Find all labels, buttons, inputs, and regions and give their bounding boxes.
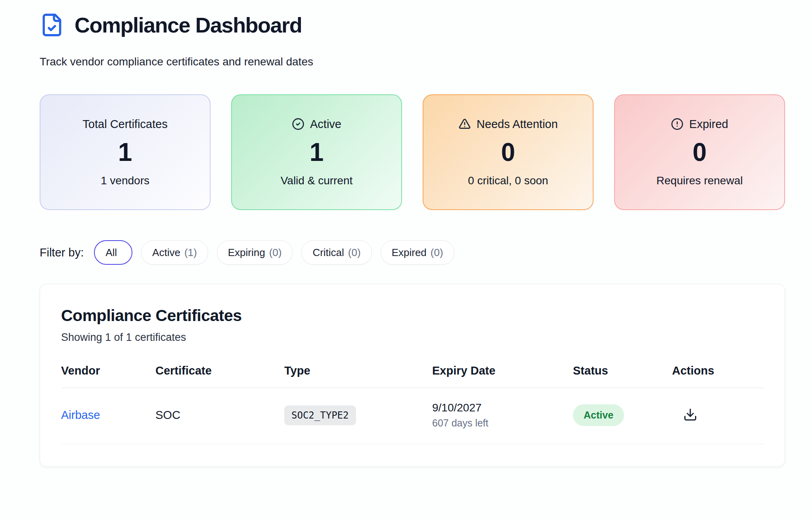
stats-row: Total Certificates 1 1 vendors Active 1 … [40, 94, 785, 210]
stat-label: Expired [689, 118, 728, 131]
days-left: 607 days left [432, 417, 573, 429]
stat-sublabel: Valid & current [281, 174, 353, 187]
stat-label: Needs Attention [477, 118, 558, 131]
pill-count: (0) [269, 247, 282, 259]
filter-pill-active[interactable]: Active(1) [141, 240, 208, 265]
vendor-link[interactable]: Airbase [61, 409, 100, 421]
stat-header: Total Certificates [82, 118, 167, 131]
status-cell: Active [573, 404, 672, 426]
filter-pill-expiring[interactable]: Expiring(0) [217, 240, 293, 265]
column-header-expiry-date: Expiry Date [432, 364, 573, 377]
page-title: Compliance Dashboard [75, 13, 302, 37]
stat-label: Total Certificates [82, 118, 167, 131]
table-header-row: Vendor Certificate Type Expiry Date Stat… [61, 364, 764, 388]
expiry-cell: 9/10/2027 607 days left [432, 401, 573, 429]
filter-pill-expired[interactable]: Expired(0) [381, 240, 454, 265]
pill-label: Expired [392, 247, 427, 259]
stat-value: 0 [693, 140, 707, 165]
stat-header: Active [292, 118, 341, 131]
column-header-type: Type [284, 364, 432, 377]
warning-triangle-icon [458, 118, 471, 130]
circle-check-icon [292, 118, 304, 130]
type-cell: SOC2_TYPE2 [284, 405, 432, 425]
stat-value: 1 [310, 140, 324, 165]
column-header-actions: Actions [672, 364, 764, 377]
certificate-cell: SOC [155, 409, 284, 422]
filter-bar: Filter by: All Active(1) Expiring(0) Cri… [40, 240, 785, 265]
stat-sublabel: 0 critical, 0 soon [468, 174, 548, 187]
panel-subtitle: Showing 1 of 1 certificates [61, 331, 764, 344]
filter-label: Filter by: [40, 246, 84, 259]
stat-sublabel: 1 vendors [101, 174, 149, 187]
column-header-vendor: Vendor [61, 364, 155, 377]
type-badge: SOC2_TYPE2 [284, 405, 356, 425]
alert-circle-icon [671, 118, 684, 130]
pill-label: Active [152, 247, 180, 259]
pill-label: All [105, 247, 117, 259]
download-icon [683, 407, 697, 422]
file-check-icon [40, 12, 64, 38]
pill-count: (0) [348, 247, 361, 259]
pill-label: Critical [312, 247, 344, 259]
stat-card-needs-attention: Needs Attention 0 0 critical, 0 soon [423, 94, 594, 210]
panel-title: Compliance Certificates [61, 306, 764, 325]
stat-card-expired: Expired 0 Requires renewal [614, 94, 785, 210]
expiry-date: 9/10/2027 [432, 401, 573, 414]
download-button[interactable] [682, 406, 699, 423]
stat-label: Active [310, 118, 341, 131]
stat-value: 0 [501, 140, 515, 165]
status-badge: Active [573, 404, 624, 426]
page-subtitle: Track vendor compliance certificates and… [40, 55, 785, 68]
filter-pill-critical[interactable]: Critical(0) [301, 240, 372, 265]
pill-count: (0) [431, 247, 443, 259]
pill-label: Expiring [228, 247, 265, 259]
stat-header: Expired [671, 118, 728, 131]
certificates-panel: Compliance Certificates Showing 1 of 1 c… [40, 284, 785, 467]
page-header: Compliance Dashboard [40, 12, 785, 38]
pill-count: (1) [184, 247, 197, 259]
stat-header: Needs Attention [458, 118, 558, 131]
stat-card-total-certificates: Total Certificates 1 1 vendors [40, 94, 211, 210]
filter-pill-all[interactable]: All [94, 240, 132, 265]
certificates-table: Vendor Certificate Type Expiry Date Stat… [61, 364, 764, 444]
table-row: Airbase SOC SOC2_TYPE2 9/10/2027 607 day… [61, 388, 764, 444]
stat-value: 1 [118, 140, 132, 165]
compliance-dashboard-page: Compliance Dashboard Track vendor compli… [0, 0, 812, 520]
actions-cell [672, 406, 764, 424]
stat-card-active: Active 1 Valid & current [231, 94, 402, 210]
stat-sublabel: Requires renewal [657, 174, 743, 187]
column-header-certificate: Certificate [155, 364, 284, 377]
column-header-status: Status [573, 364, 672, 377]
vendor-cell: Airbase [61, 409, 155, 422]
